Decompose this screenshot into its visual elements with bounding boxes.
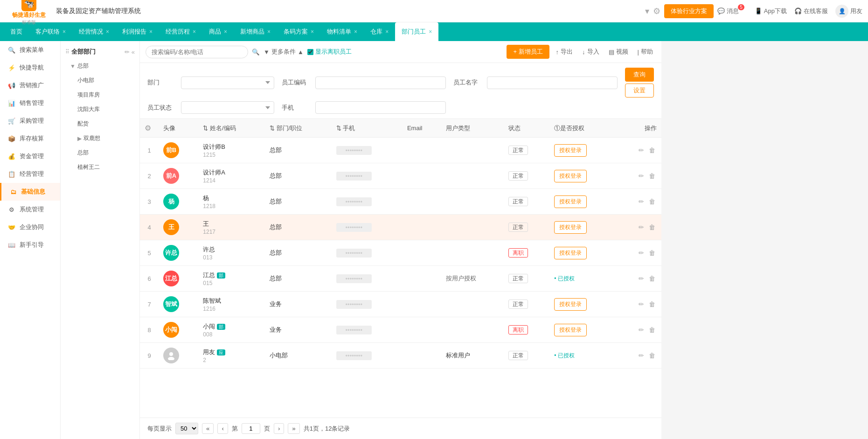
sidebar-item-search[interactable]: 🔍 搜索菜单 bbox=[0, 41, 60, 59]
view-btn[interactable]: ▤ 视频 bbox=[606, 48, 631, 56]
query-button[interactable]: 查询 bbox=[625, 68, 654, 82]
search-input[interactable] bbox=[146, 46, 248, 58]
row-auth[interactable]: 授权登录 bbox=[549, 138, 616, 163]
next-page-btn[interactable]: › bbox=[274, 423, 284, 434]
col-phone[interactable]: ⇅ 手机 bbox=[332, 119, 403, 138]
tab-operation[interactable]: 经营情况 × bbox=[72, 22, 116, 41]
search-button[interactable]: 🔍 bbox=[252, 49, 260, 56]
settings-icon[interactable]: ⚙ bbox=[145, 124, 151, 132]
dept-item-zhishu[interactable]: 植树王二 bbox=[61, 160, 139, 174]
dept-item-main[interactable]: ▼ 总部 bbox=[61, 59, 139, 73]
delete-icon[interactable]: 🗑 bbox=[649, 146, 655, 154]
dept-item-distribution[interactable]: 配货 bbox=[61, 117, 139, 131]
row-auth[interactable]: 授权登录 bbox=[549, 317, 616, 343]
sidebar-item-finance[interactable]: 💰 资金管理 bbox=[0, 147, 60, 165]
sidebar-item-inventory[interactable]: 📦 库存核算 bbox=[0, 130, 60, 147]
dept-item-small-elec[interactable]: 小电部 bbox=[61, 73, 139, 88]
sidebar-item-operation[interactable]: 📋 经营管理 bbox=[0, 165, 60, 183]
close-icon[interactable]: × bbox=[62, 28, 66, 35]
tab-add-goods[interactable]: 新增商品 × bbox=[234, 22, 277, 41]
close-icon[interactable]: × bbox=[149, 28, 153, 35]
delete-icon[interactable]: 🗑 bbox=[649, 198, 655, 205]
add-employee-button[interactable]: + 新增员工 bbox=[507, 45, 549, 59]
emp-status-select[interactable] bbox=[181, 101, 274, 114]
sidebar-item-nav[interactable]: ⚡ 快捷导航 bbox=[0, 59, 60, 77]
show-resigned-checkbox[interactable] bbox=[307, 49, 313, 55]
settings-icon[interactable]: ⚙ bbox=[653, 6, 660, 16]
sidebar-item-guide[interactable]: 📖 新手引导 bbox=[0, 236, 60, 254]
edit-icon[interactable]: ✏ bbox=[639, 300, 644, 308]
close-icon[interactable]: × bbox=[224, 28, 227, 35]
delete-icon[interactable]: 🗑 bbox=[649, 172, 655, 180]
auth-login-button[interactable]: 授权登录 bbox=[554, 324, 587, 336]
sidebar-item-basic-info[interactable]: 🗂 基础信息 bbox=[0, 183, 60, 201]
dept-item-headquarters[interactable]: 总部 bbox=[61, 146, 139, 160]
emp-code-input[interactable] bbox=[315, 77, 446, 89]
edit-icon[interactable]: ✏ bbox=[639, 172, 644, 180]
per-page-select[interactable]: 50 bbox=[175, 423, 198, 434]
auth-login-button[interactable]: 授权登录 bbox=[554, 221, 587, 234]
last-page-btn[interactable]: » bbox=[288, 423, 299, 434]
close-icon[interactable]: × bbox=[354, 28, 357, 35]
dept-filter-select[interactable] bbox=[181, 77, 274, 89]
delete-icon[interactable]: 🗑 bbox=[649, 249, 655, 257]
auth-login-button[interactable]: 授权登录 bbox=[554, 144, 587, 157]
delete-icon[interactable]: 🗑 bbox=[649, 223, 655, 231]
col-dept[interactable]: ⇅ 部门/职位 bbox=[265, 119, 332, 138]
emp-name-input[interactable] bbox=[487, 77, 618, 89]
more-filter-btn[interactable]: ▼ 更多条件 ▲ bbox=[264, 48, 304, 56]
phone-input[interactable] bbox=[315, 101, 446, 114]
tab-goods[interactable]: 商品 × bbox=[202, 22, 234, 41]
import-btn[interactable]: ↓ 导入 bbox=[579, 48, 602, 56]
msg-btn[interactable]: 💬 消息 5 bbox=[717, 7, 747, 15]
delete-icon[interactable]: 🗑 bbox=[649, 352, 655, 359]
service-btn[interactable]: 🎧 在线客服 bbox=[794, 7, 828, 15]
edit-icon[interactable]: ✏ bbox=[639, 198, 644, 205]
tab-warehouse[interactable]: 仓库 × bbox=[364, 22, 395, 41]
row-auth[interactable]: 授权登录 bbox=[549, 240, 616, 266]
tab-customer[interactable]: 客户联络 × bbox=[29, 22, 72, 41]
tab-profit[interactable]: 利润报告 × bbox=[116, 22, 159, 41]
sidebar-item-sales[interactable]: 📊 销售管理 bbox=[0, 94, 60, 112]
delete-icon[interactable]: 🗑 bbox=[649, 326, 655, 334]
tab-home[interactable]: 首页 bbox=[4, 22, 29, 41]
auth-login-button[interactable]: 授权登录 bbox=[554, 170, 587, 182]
dept-collapse-icon[interactable]: « bbox=[132, 49, 135, 56]
tab-history[interactable]: 经营历程 × bbox=[159, 22, 202, 41]
tab-bom[interactable]: 物料清单 × bbox=[320, 22, 364, 41]
sidebar-item-purchase[interactable]: 🛒 采购管理 bbox=[0, 112, 60, 130]
prev-page-btn[interactable]: ‹ bbox=[217, 423, 228, 434]
col-settings[interactable]: ⚙ bbox=[140, 119, 159, 138]
dept-edit-icon[interactable]: ✏ bbox=[125, 49, 130, 56]
trial-btn[interactable]: 体验行业方案 bbox=[664, 4, 714, 18]
row-auth[interactable]: 授权登录 bbox=[549, 215, 616, 240]
auth-login-button[interactable]: 授权登录 bbox=[554, 247, 587, 259]
edit-icon[interactable]: ✏ bbox=[639, 223, 644, 231]
dept-item-shenyang[interactable]: 沈阳大库 bbox=[61, 102, 139, 117]
dept-item-project-room[interactable]: 项目库房 bbox=[61, 88, 139, 102]
delete-icon[interactable]: 🗑 bbox=[649, 275, 655, 282]
sidebar-item-marketing[interactable]: 📢 营销推广 bbox=[0, 77, 60, 94]
row-auth[interactable]: 授权登录 bbox=[549, 292, 616, 317]
set-button[interactable]: 设置 bbox=[625, 84, 654, 98]
close-icon[interactable]: × bbox=[385, 28, 389, 35]
tab-barcode[interactable]: 条码方案 × bbox=[277, 22, 320, 41]
edit-icon[interactable]: ✏ bbox=[639, 326, 644, 334]
app-download-btn[interactable]: 📱 App下载 bbox=[755, 7, 787, 15]
close-icon[interactable]: × bbox=[106, 28, 109, 35]
auth-login-button[interactable]: 授权登录 bbox=[554, 298, 587, 311]
user-btn[interactable]: 👤 用友 bbox=[835, 5, 862, 18]
edit-icon[interactable]: ✏ bbox=[639, 146, 644, 154]
export-btn[interactable]: ↑ 导出 bbox=[553, 48, 576, 56]
first-page-btn[interactable]: « bbox=[202, 423, 214, 434]
close-icon[interactable]: × bbox=[267, 28, 271, 35]
help-btn[interactable]: | 帮助 bbox=[635, 48, 656, 56]
close-icon[interactable]: × bbox=[193, 28, 196, 35]
dept-item-shuanglu[interactable]: ▶ 双鹿想 bbox=[61, 131, 139, 146]
row-auth[interactable]: 授权登录 bbox=[549, 163, 616, 189]
close-icon[interactable]: × bbox=[311, 28, 314, 35]
sidebar-item-collab[interactable]: 🤝 企业协同 bbox=[0, 218, 60, 236]
show-resigned-label[interactable]: 显示离职员工 bbox=[307, 48, 352, 56]
close-icon[interactable]: × bbox=[429, 28, 432, 35]
delete-icon[interactable]: 🗑 bbox=[649, 300, 655, 308]
